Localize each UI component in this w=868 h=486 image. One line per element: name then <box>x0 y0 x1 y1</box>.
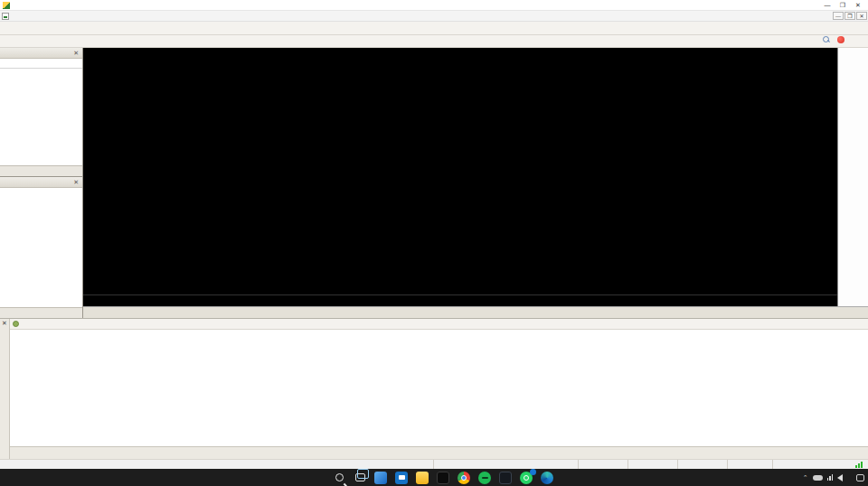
mt4-taskbar-icon[interactable] <box>499 472 512 484</box>
task-view-icon[interactable] <box>354 472 366 484</box>
windows-taskbar: ⌃ <box>0 469 868 486</box>
onedrive-icon[interactable] <box>813 475 823 481</box>
market-watch-columns <box>0 59 82 69</box>
system-tray: ⌃ <box>803 469 864 486</box>
window-titlebar: — ❐ ✕ <box>0 0 868 11</box>
candlestick-chart <box>83 48 837 294</box>
store-icon[interactable] <box>395 472 408 484</box>
search-icon[interactable] <box>823 36 830 43</box>
chart-window-icon <box>2 13 9 20</box>
time-axis <box>83 294 837 306</box>
status-empty-4 <box>728 460 773 469</box>
status-connection <box>773 460 868 469</box>
close-button[interactable]: ✕ <box>851 0 865 10</box>
start-button-icon[interactable] <box>315 472 325 482</box>
report-table <box>10 330 868 446</box>
network-icon[interactable] <box>827 474 834 481</box>
market-watch-header: ✕ <box>0 48 82 59</box>
record-icon[interactable] <box>837 36 844 43</box>
status-profile[interactable] <box>434 460 579 469</box>
market-watch-close-icon[interactable]: ✕ <box>72 50 80 57</box>
connection-bars-icon <box>855 462 863 468</box>
file-explorer-icon[interactable] <box>416 472 429 484</box>
main-area: ✕ ✕ <box>0 48 868 318</box>
status-empty-2 <box>628 460 678 469</box>
navigator-close-icon[interactable]: ✕ <box>72 179 80 186</box>
navigator-tree <box>0 188 82 307</box>
menu-bar: — ❐ ✕ <box>0 11 868 22</box>
widgets-icon[interactable] <box>374 472 387 484</box>
child-restore-button[interactable]: ❐ <box>844 12 855 20</box>
status-help-text <box>0 460 434 469</box>
volume-icon[interactable] <box>837 474 843 481</box>
tester-tab-bar <box>10 446 868 459</box>
whatsapp-badge <box>530 469 536 475</box>
price-axis <box>837 48 868 306</box>
tester-close-icon[interactable]: ✕ <box>2 320 7 327</box>
chart-area[interactable] <box>83 48 868 306</box>
green-app-icon[interactable] <box>478 472 491 484</box>
tv-app-icon[interactable] <box>437 472 449 484</box>
tester-panel: ✕ <box>0 318 868 459</box>
navigator-panel: ✕ <box>0 177 82 318</box>
notifications-icon[interactable] <box>856 474 864 481</box>
balance-icon <box>13 321 19 327</box>
balance-bar <box>10 319 868 330</box>
app-icon <box>3 2 10 9</box>
status-bar <box>0 459 868 469</box>
navigator-tabs <box>0 307 82 318</box>
status-empty-3 <box>678 460 728 469</box>
chart-tab-bar <box>83 306 868 318</box>
chrome-icon[interactable] <box>458 472 470 484</box>
edge-icon[interactable] <box>541 472 553 484</box>
child-minimize-button[interactable]: — <box>833 12 844 20</box>
whatsapp-icon[interactable] <box>520 472 533 484</box>
taskbar-search-icon[interactable] <box>333 472 345 484</box>
mt4-window: — ❐ ✕ — ❐ ✕ ✕ <box>0 0 868 486</box>
tray-chevron-icon[interactable]: ⌃ <box>803 474 808 481</box>
status-empty-1 <box>579 460 628 469</box>
toolbar-line-studies <box>0 35 868 48</box>
market-watch-rows <box>0 69 82 165</box>
minimize-button[interactable]: — <box>820 0 835 10</box>
market-watch-tabs <box>0 165 82 176</box>
restore-button[interactable]: ❐ <box>835 0 850 10</box>
chart-column <box>83 48 868 318</box>
child-close-button[interactable]: ✕ <box>856 12 867 20</box>
left-panels: ✕ ✕ <box>0 48 83 318</box>
toolbar-standard <box>0 22 868 35</box>
tester-side-strip: ✕ <box>0 319 10 459</box>
navigator-header: ✕ <box>0 177 82 188</box>
market-watch-panel: ✕ <box>0 48 82 177</box>
